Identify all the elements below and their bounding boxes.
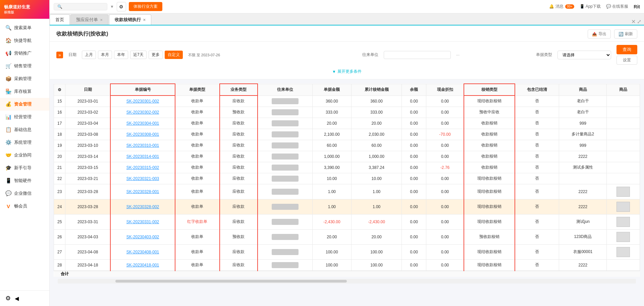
cell-balance: 0.00	[402, 107, 426, 118]
col-settings[interactable]: ⚙	[54, 84, 65, 96]
topbar-dropdown[interactable]: ▼	[110, 4, 114, 9]
cell-cum-amount: 100.00	[351, 259, 401, 271]
partner-input[interactable]	[384, 51, 451, 59]
message-btn[interactable]: 🔔 消息 99+	[549, 4, 574, 9]
topbar-search-box[interactable]: 🔍	[54, 3, 107, 10]
cell-bill-type: 收款单	[175, 118, 220, 129]
partner-more-btn[interactable]: ···	[456, 53, 460, 57]
bill-no-link[interactable]: SK-20230328-001	[126, 189, 159, 194]
settings-btn[interactable]: 设置	[616, 56, 637, 65]
sidebar-item-wechat[interactable]: 💬 企业微信	[0, 187, 49, 200]
sidebar-item-marketing[interactable]: 📢 营销推广	[0, 47, 49, 60]
topbar-gear-btn[interactable]: ⚙	[117, 2, 126, 11]
last-7days-btn[interactable]: 近7天	[130, 51, 147, 59]
cell-write-type: 收款核销	[464, 118, 515, 129]
bill-no-link[interactable]: SK-20230314-001	[126, 154, 159, 159]
sidebar-item-enterprise[interactable]: 🤝 企业协同	[0, 149, 49, 162]
cell-product1: 测试多属性	[559, 162, 607, 173]
tab-collection[interactable]: 收款核销执行 ✕	[109, 14, 151, 25]
cell-bill-type: 收款单	[175, 173, 220, 184]
sidebar-item-search[interactable]: 🔍 搜索菜单	[0, 21, 49, 34]
bill-no-link[interactable]: SK-20230310-001	[126, 143, 159, 148]
sidebar-item-label: 营销推广	[14, 50, 32, 56]
bill-no-link[interactable]: SK-20230315-002	[126, 165, 159, 170]
voucher-type-select[interactable]: 请选择 收款单	[557, 51, 611, 59]
cell-amount: 100.00	[312, 244, 351, 259]
refresh-btn[interactable]: 🔄 刷新	[614, 29, 637, 39]
sidebar-item-system[interactable]: ⚙️ 系统管理	[0, 136, 49, 149]
sidebar-item-basic[interactable]: 📋 基础信息	[0, 123, 49, 136]
tab-collection-close[interactable]: ✕	[143, 18, 146, 22]
col-cum-amount: 累计核销金额	[351, 84, 401, 96]
export-btn[interactable]: 📤 导出	[588, 29, 611, 39]
more-date-btn[interactable]: 更多	[149, 51, 163, 59]
this-month-btn[interactable]: 本月	[98, 51, 112, 59]
sidebar-item-inventory[interactable]: 🏪 库存核算	[0, 85, 49, 98]
marketing-icon: 📢	[5, 50, 11, 56]
sidebar-item-label: 采购管理	[14, 76, 32, 82]
settings-icon[interactable]: ⚙	[5, 295, 11, 302]
bill-no-link[interactable]: SK-20230418-001	[126, 263, 159, 267]
last-month-btn[interactable]: 上月	[82, 51, 96, 59]
sidebar-item-operation[interactable]: 📊 经营管理	[0, 111, 49, 123]
bill-no-link[interactable]: SK-20230408-001	[126, 250, 159, 254]
cell-date: 2023-03-14	[65, 151, 110, 162]
custom-date-btn[interactable]: 自定义	[165, 51, 183, 59]
maximize-icon[interactable]: ⤢	[637, 18, 641, 25]
this-year-btn[interactable]: 本年	[114, 51, 128, 59]
bill-no-link[interactable]: SK-20230301-002	[126, 99, 159, 104]
cell-included: 否	[515, 173, 559, 184]
cell-cum-amount: 20.00	[351, 229, 401, 244]
sidebar-menu: 🔍 搜索菜单 🏠 快捷导航 📢 营销推广 🛒 销售管理 📦 采购管理 🏪 库存核…	[0, 19, 49, 290]
scrollbar-thumb[interactable]	[115, 280, 347, 283]
sidebar-item-label: 库存核算	[14, 88, 32, 95]
cell-product1: 2222	[559, 199, 607, 214]
sidebar-item-label: 智能硬件	[14, 178, 32, 184]
filter-toggle-btn[interactable]: »	[56, 52, 63, 58]
sidebar-item-label: 企业协同	[14, 152, 32, 158]
sidebar-item-quick[interactable]: 🏠 快捷导航	[0, 34, 49, 47]
cell-product2	[607, 214, 640, 229]
expand-more-btn[interactable]: ▼ 展开更多条件	[332, 67, 362, 76]
close-all-icon[interactable]: ✕	[631, 18, 636, 25]
cell-included: 否	[515, 214, 559, 229]
cell-biz-type: 应收款	[220, 151, 258, 162]
operation-icon: 📊	[5, 114, 11, 120]
page-title: 收款核销执行(按收款)	[56, 30, 108, 38]
bill-no-link[interactable]: SK-20230302-002	[126, 110, 159, 115]
bill-no-link[interactable]: SK-20230308-001	[126, 132, 159, 137]
date-range-text: 不限 至 2023-07-26	[188, 53, 220, 58]
sidebar-item-purchase[interactable]: 📦 采购管理	[0, 72, 49, 85]
cell-write-type: 现结收款核销	[464, 214, 515, 229]
cell-amount: 3,390.00	[312, 162, 351, 173]
user-name[interactable]: Rit	[634, 4, 640, 9]
tab-home[interactable]: 首页	[50, 14, 70, 25]
horizontal-scrollbar[interactable]	[58, 279, 636, 284]
tab-preapply-close[interactable]: ✕	[100, 18, 103, 22]
table-row: 28 2023-04-18 SK-20230418-001 收款单 应收款 ●●…	[54, 259, 640, 271]
query-btn[interactable]: 查询	[616, 45, 637, 54]
cell-cum-amount: 360.00	[351, 96, 401, 107]
sidebar-item-guide[interactable]: 🎓 新手引导	[0, 162, 49, 174]
hardware-icon: 📱	[5, 178, 11, 184]
inventory-icon: 🏪	[5, 88, 11, 95]
tab-preapply[interactable]: 预应应付单 ✕	[70, 14, 108, 25]
bill-no-link[interactable]: SK-20230304-001	[126, 121, 159, 126]
cell-write-type: 现结收款核销	[464, 199, 515, 214]
bill-no-link[interactable]: SK-20230328-002	[126, 204, 159, 209]
cell-included: 否	[515, 162, 559, 173]
app-download-btn[interactable]: 📱 App下载	[580, 4, 601, 9]
sidebar-item-member[interactable]: V 畅会员	[0, 200, 49, 212]
search-icon: 🔍	[5, 25, 11, 31]
table-footer-row: 合计	[54, 271, 640, 277]
collapse-icon[interactable]: ◀	[15, 295, 19, 302]
online-service-btn[interactable]: 💬 在线客服	[606, 4, 628, 9]
sidebar-item-hardware[interactable]: 📱 智能硬件	[0, 174, 49, 187]
bill-no-link[interactable]: SK-20230403-002	[126, 235, 159, 239]
cell-cash-disc: 0.00	[426, 244, 464, 259]
bill-no-link[interactable]: SK-20230331-002	[126, 220, 159, 224]
sidebar-item-finance[interactable]: 💰 资金管理	[0, 98, 49, 111]
industry-solution-btn[interactable]: 体验行业方案	[129, 2, 162, 11]
bill-no-link[interactable]: SK-20230321-003	[126, 176, 159, 181]
sidebar-item-sales[interactable]: 🛒 销售管理	[0, 60, 49, 72]
